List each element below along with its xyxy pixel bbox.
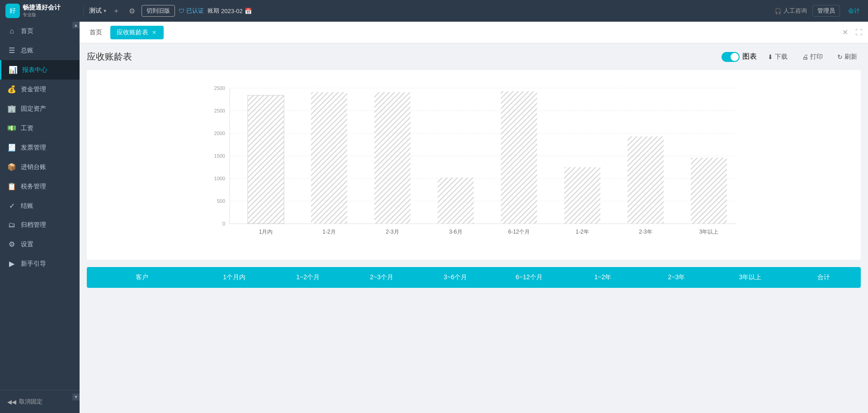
table-col-1-2y: 1~2年 (566, 273, 640, 282)
support-button[interactable]: 🎧 人工咨询 (774, 7, 807, 15)
sidebar-item-settings[interactable]: ⚙ 设置 (0, 235, 80, 254)
tab-actions: ✕ ⛶ (840, 26, 864, 38)
report-actions: 图表 ⬇ 下载 🖨 打印 ↻ 刷新 (722, 51, 861, 63)
sidebar-item-archive[interactable]: 🗂 归档管理 (0, 216, 80, 235)
tab-home[interactable]: 首页 (83, 26, 108, 39)
tab-close-page-button[interactable]: ✕ (840, 26, 850, 38)
print-button[interactable]: 🖨 打印 (798, 51, 826, 63)
settle-icon: ✓ (7, 202, 16, 210)
logo-text: 畅捷通好会计 (23, 4, 61, 12)
tab-ar-aging-label: 应收账龄表 (117, 28, 148, 37)
content-area: 首页 应收账龄表 ✕ ✕ ⛶ 应收账龄表 图表 (80, 22, 868, 413)
table-col-2-3y: 2~3年 (640, 273, 713, 282)
sidebar-item-label: 发票管理 (21, 144, 46, 152)
download-label: 下载 (775, 53, 788, 61)
sidebar-item-label: 资金管理 (21, 85, 46, 94)
user-button[interactable]: 管理员 (812, 5, 840, 17)
salary-icon: 💵 (7, 124, 16, 132)
funds-icon: 💰 (7, 85, 16, 94)
sidebar-item-reports[interactable]: 📊 报表中心 (0, 60, 80, 80)
chart-container: 0 500 1000 1500 2000 2500 2500 (87, 70, 861, 260)
svg-text:500: 500 (217, 198, 225, 204)
sidebar-item-tax[interactable]: 📋 税务管理 (0, 177, 80, 196)
invoice-icon: 🧾 (7, 143, 16, 152)
svg-rect-20 (501, 91, 537, 224)
sidebar-item-label: 固定资产 (21, 105, 46, 113)
svg-rect-16 (248, 95, 284, 224)
period-value: 2023-02 (221, 8, 243, 14)
sidebar-item-label: 总账 (21, 47, 33, 55)
table-col-3-6m: 3~6个月 (419, 273, 492, 282)
archive-icon: 🗂 (7, 221, 16, 229)
bar-chart: 0 500 1000 1500 2000 2500 2500 (96, 79, 852, 251)
download-icon: ⬇ (768, 53, 773, 61)
sidebar-scroll-up[interactable]: ▲ (72, 22, 80, 28)
tab-close-button[interactable]: ✕ (151, 29, 157, 36)
svg-text:0: 0 (222, 221, 225, 226)
sidebar-item-home[interactable]: ⌂ 首页 (0, 22, 80, 41)
table-col-3y-plus: 3年以上 (713, 273, 787, 282)
top-header: 好 畅捷通好会计 专业版 测试 ▾ ＋ ⚙ 切到旧版 🛡 已认证 账期 2023… (0, 0, 868, 22)
table-col-2-3m: 2~3个月 (345, 273, 419, 282)
cancel-fixed-button[interactable]: ◀◀ 取消固定 (0, 394, 80, 409)
period-info: 账期 2023-02 📅 (208, 7, 252, 15)
chart-toggle[interactable] (722, 52, 740, 62)
company-name: 测试 (89, 7, 102, 15)
company-selector[interactable]: 测试 ▾ (89, 7, 106, 15)
shield-icon: 🛡 (179, 8, 184, 14)
refresh-label: 刷新 (844, 53, 857, 61)
table-header: 客户 1个月内 1~2个月 2~3个月 3~6个月 6~12个月 1~2年 2~… (87, 267, 861, 288)
sidebar-item-salary[interactable]: 💵 工资 (0, 118, 80, 138)
tab-ar-aging[interactable]: 应收账龄表 ✕ (110, 26, 164, 39)
logo-area: 好 畅捷通好会计 专业版 (5, 4, 78, 18)
chart-inner: 0 500 1000 1500 2000 2500 2500 (96, 79, 852, 251)
ledger-icon: ☰ (7, 46, 16, 55)
refresh-button[interactable]: ↻ 刷新 (834, 51, 861, 63)
sidebar-item-assets[interactable]: 🏢 固定资产 (0, 99, 80, 118)
sidebar-item-label: 设置 (21, 240, 33, 249)
settings-icon: ⚙ (7, 240, 16, 249)
svg-text:2000: 2000 (214, 131, 225, 136)
sidebar: ▲ ⌂ 首页 ☰ 总账 📊 报表中心 💰 资金管理 🏢 固定资产 💵 工资 🧾 … (0, 22, 80, 413)
table-col-6-12m: 6~12个月 (492, 273, 566, 282)
sidebar-item-label: 结账 (21, 202, 33, 210)
svg-text:6-12个月: 6-12个月 (508, 229, 530, 235)
table-col-1m: 1个月内 (198, 273, 271, 282)
tax-icon: 📋 (7, 182, 16, 191)
sidebar-item-sales[interactable]: 📦 进销台账 (0, 157, 80, 177)
tab-expand-button[interactable]: ⛶ (854, 27, 864, 38)
sidebar-item-label: 进销台账 (21, 163, 46, 171)
svg-rect-19 (438, 178, 474, 224)
sidebar-item-label: 归档管理 (21, 221, 46, 229)
svg-rect-22 (627, 136, 664, 224)
guide-icon: ▶ (7, 259, 16, 268)
add-button[interactable]: ＋ (110, 5, 123, 18)
verified-badge: 🛡 已认证 (179, 7, 204, 15)
page-content: 应收账龄表 图表 ⬇ 下载 🖨 打印 ↻ (80, 43, 868, 413)
sidebar-item-label: 新手引导 (21, 260, 46, 268)
print-icon: 🖨 (802, 53, 808, 61)
svg-text:1-2月: 1-2月 (322, 229, 335, 235)
settings-button[interactable]: ⚙ (126, 5, 138, 17)
svg-text:3年以上: 3年以上 (699, 229, 719, 235)
tab-bar: 首页 应收账龄表 ✕ ✕ ⛶ (80, 22, 868, 43)
sidebar-item-settle[interactable]: ✓ 结账 (0, 196, 80, 216)
logo-icon: 好 (5, 4, 20, 18)
sidebar-scroll-down[interactable]: ▼ (72, 394, 80, 400)
calendar-icon[interactable]: 📅 (245, 8, 252, 14)
sidebar-item-label: 工资 (21, 124, 33, 132)
sidebar-item-invoice[interactable]: 🧾 发票管理 (0, 138, 80, 157)
sidebar-item-funds[interactable]: 💰 资金管理 (0, 80, 80, 99)
sidebar-item-ledger[interactable]: ☰ 总账 (0, 41, 80, 60)
headset-icon: 🎧 (774, 8, 782, 14)
report-header: 应收账龄表 图表 ⬇ 下载 🖨 打印 ↻ (87, 51, 861, 63)
header-right: 🎧 人工咨询 管理员 会计 (774, 5, 863, 17)
sidebar-bottom: ◀◀ 取消固定 (0, 390, 80, 413)
svg-text:2-3年: 2-3年 (639, 229, 652, 235)
home-icon: ⌂ (7, 27, 16, 35)
report-title: 应收账龄表 (87, 51, 132, 63)
download-button[interactable]: ⬇ 下载 (764, 51, 791, 63)
sidebar-item-guide[interactable]: ▶ 新手引导 (0, 254, 80, 273)
switch-version-button[interactable]: 切到旧版 (142, 5, 175, 17)
role-button[interactable]: 会计 (845, 5, 863, 16)
